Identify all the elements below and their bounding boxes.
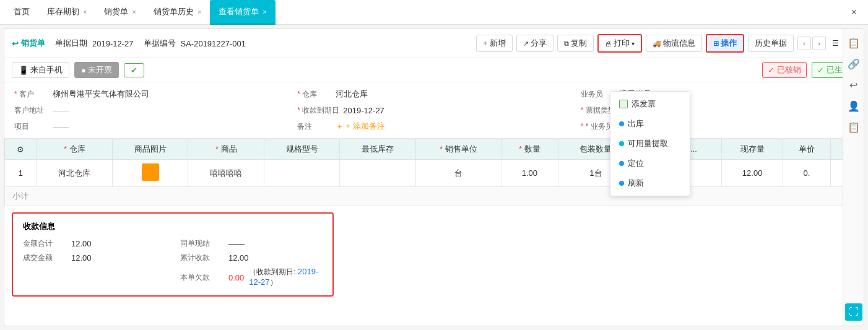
add-note-button[interactable]: ＋ + 添加备注 <box>336 121 384 132</box>
right-sidebar: 📋 🔗 ↩ 👤 📋 ⛶ <box>843 29 864 326</box>
prev-button[interactable]: ‹ <box>797 37 811 50</box>
warehouse-value: 河北仓库 <box>336 89 368 100</box>
view-list-button[interactable]: ☰ <box>830 38 841 49</box>
doc-header: ↩ 销货单 单据日期 2019-12-27 单据编号 SA-20191227-0… <box>4 29 864 58</box>
doc-number-meta: 单据编号 SA-20191227-001 <box>144 38 246 49</box>
tab-view-sales[interactable]: 查看销货单 × <box>210 0 275 25</box>
payment-info-box: 收款信息 金额合计 12.00 同单现结 —— 成交金额 12.00 累计收款 … <box>12 212 334 297</box>
sidebar-icon-2[interactable]: 🔗 <box>845 55 862 72</box>
check-button[interactable]: ✔ <box>124 63 144 77</box>
tab-inventory-init[interactable]: 库存期初 × <box>38 0 95 25</box>
total-amount-value: 12.00 <box>71 239 92 248</box>
cell-quantity: 1.00 <box>501 160 558 187</box>
col-min-stock: 最低库存 <box>340 139 416 160</box>
due-amount-row: 本单欠款 0.00 （收款到期日: 2019-12-27） <box>180 267 323 288</box>
cell-product-img <box>112 160 188 187</box>
col-stock: 现存量 <box>721 139 783 160</box>
sidebar-icon-5[interactable]: 📋 <box>845 118 862 136</box>
outbound-item[interactable]: 出库 <box>610 114 690 134</box>
address-value: —— <box>53 106 69 115</box>
doc-title-area: ↩ 销货单 单据日期 2019-12-27 单据编号 SA-20191227-0… <box>12 38 476 49</box>
subtotal-row: 小计 <box>5 187 864 206</box>
sidebar-icon-1[interactable]: 📋 <box>845 34 862 51</box>
tab-home[interactable]: 首页 <box>5 0 38 25</box>
tab-close-icon[interactable]: × <box>83 8 87 15</box>
tab-sales-history[interactable]: 销货单历史 × <box>145 0 210 25</box>
note-label: 备注 <box>297 121 332 132</box>
payment-grid: 金额合计 12.00 同单现结 —— 成交金额 12.00 累计收款 12.00 <box>23 238 323 288</box>
tab-sales-order[interactable]: 销货单 × <box>95 0 144 25</box>
due-date-label: 收款到期日 <box>297 105 339 116</box>
not-open-button[interactable]: ● 未开票 <box>74 62 119 78</box>
due-amount-value: 0.00 <box>228 273 244 282</box>
print-button[interactable]: 🖨 打印 ▾ <box>597 34 642 53</box>
logistics-button[interactable]: 🚚 物流信息 <box>646 35 702 52</box>
toolbar-right: + 新增 ↗ 分享 ⧉ 复制 🖨 打印 ▾ 🚚 物流信息 <box>476 34 856 53</box>
col-settings[interactable]: ⚙ <box>5 139 37 160</box>
due-amount-label: 本单欠款 <box>180 272 224 283</box>
from-mobile-button[interactable]: 📱 来自手机 <box>12 62 69 78</box>
project-value: —— <box>53 122 69 131</box>
add-invoice-icon <box>619 100 628 108</box>
locate-dot <box>619 161 624 166</box>
due-date-row: 收款到期日 2019-12-27 <box>297 105 570 116</box>
next-button[interactable]: › <box>812 37 826 50</box>
due-date-text: （收款到期日: 2019-12-27） <box>249 267 323 288</box>
same-order-label: 同单现结 <box>180 238 224 249</box>
tab-close-icon[interactable]: × <box>132 8 136 15</box>
customer-row: 客户 柳州粤港平安气体有限公司 <box>14 89 287 100</box>
outbound-dot <box>619 121 624 126</box>
add-button[interactable]: + 新增 <box>476 35 513 52</box>
col-quantity: * 数量 <box>501 139 558 160</box>
window-close-button[interactable]: × <box>845 7 863 18</box>
table-row: 1 河北仓库 嘻嘻嘻嘻 台 1.00 1台 12.00 0. <box>5 160 864 187</box>
product-image <box>142 163 159 181</box>
cell-min-stock <box>340 160 416 187</box>
customer-value: 柳州粤港平安气体有限公司 <box>53 89 149 100</box>
col-spec: 规格型号 <box>264 139 340 160</box>
cell-unit: 台 <box>415 160 501 187</box>
customer-label: 客户 <box>14 89 49 100</box>
sidebar-expand-icon[interactable]: ⛶ <box>845 303 862 321</box>
transaction-label: 成交金额 <box>23 253 66 263</box>
cumulative-row: 累计收款 12.00 <box>180 253 323 263</box>
total-amount-label: 金额合计 <box>23 238 66 249</box>
tab-close-icon[interactable]: × <box>197 8 201 15</box>
due-date-value: 2019-12-27 <box>343 106 384 115</box>
note-row: 备注 ＋ + 添加备注 <box>297 121 570 132</box>
col-unit: * 销售单位 <box>415 139 501 160</box>
cell-price: 0. <box>783 160 830 187</box>
total-amount-row: 金额合计 12.00 <box>23 238 165 249</box>
doc-icon: ↩ 销货单 <box>12 38 45 49</box>
cell-stock: 12.00 <box>721 160 783 187</box>
operation-button[interactable]: ⊞ 操作 <box>706 34 744 53</box>
locate-item[interactable]: 定位 <box>610 154 690 173</box>
project-label: 项目 <box>14 121 49 132</box>
subtotal-label: 小计 <box>5 187 864 206</box>
tab-close-icon[interactable]: × <box>263 8 266 15</box>
address-label: 客户地址 <box>14 105 49 116</box>
cumulative-label: 累计收款 <box>180 253 224 263</box>
col-product-img: 商品图片 <box>112 139 188 160</box>
refresh-dot <box>619 181 624 186</box>
cell-warehouse: 河北仓库 <box>37 160 113 187</box>
col-price: 单价 <box>783 139 830 160</box>
cell-product: 嘻嘻嘻嘻 <box>188 160 264 187</box>
tab-bar: 首页 库存期初 × 销货单 × 销货单历史 × 查看销货单 × × <box>0 0 868 25</box>
copy-button[interactable]: ⧉ 复制 <box>557 35 594 52</box>
nav-arrows: ‹ › <box>797 37 826 50</box>
sidebar-icon-4[interactable]: 👤 <box>845 97 862 115</box>
project-row: 项目 —— <box>14 121 287 132</box>
cell-spec <box>264 160 340 187</box>
sidebar-icon-3[interactable]: ↩ <box>845 76 862 93</box>
available-qty-dot <box>619 141 624 146</box>
same-order-value: —— <box>228 239 245 248</box>
doc-date-meta: 单据日期 2019-12-27 <box>55 38 134 49</box>
share-button[interactable]: ↗ 分享 <box>516 35 553 52</box>
available-qty-item[interactable]: 可用量提取 <box>610 134 690 154</box>
history-button[interactable]: 历史单据 <box>748 35 794 52</box>
cell-seq: 1 <box>5 160 37 187</box>
form-section: 客户 柳州粤港平安气体有限公司 仓库 河北仓库 业务员 演示账号 客户地址 ——… <box>4 82 864 138</box>
add-invoice-item[interactable]: 添发票 <box>610 94 690 114</box>
refresh-item[interactable]: 刷新 <box>610 173 690 193</box>
